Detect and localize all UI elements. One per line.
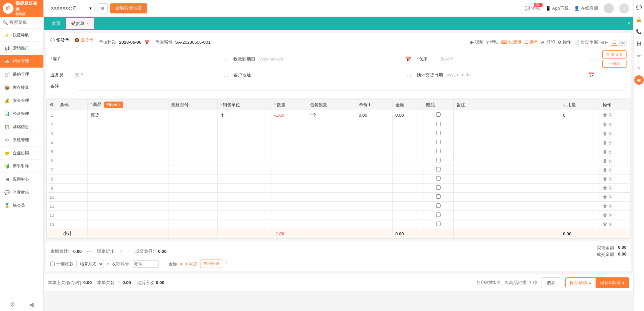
tab-close-icon[interactable]: × — [86, 21, 89, 26]
list-view-icon[interactable]: ☰ — [611, 39, 618, 46]
sidebar-item-quick-nav[interactable]: ⚡ 快捷导航 — [0, 29, 43, 42]
calendar-icon[interactable]: 📅 — [144, 40, 150, 45]
radio-return-input[interactable] — [75, 38, 79, 42]
unit-cell-1[interactable]: 个 — [217, 110, 271, 120]
tab-sales-order[interactable]: 销货单 × — [66, 18, 94, 29]
expense-help-icon[interactable]: ? — [225, 261, 227, 266]
right-panel-orange-btn[interactable]: ◉ — [634, 75, 644, 85]
shortcut-btn[interactable]: ⌨ 快捷键 — [501, 39, 522, 45]
account-input[interactable] — [132, 260, 159, 268]
payment-date-calendar-icon[interactable]: 📅 — [405, 56, 411, 62]
copy-row-btn[interactable]: ⎘ — [609, 194, 611, 200]
copy-row-btn[interactable]: ⎘ — [609, 185, 611, 191]
copy-row-btn[interactable]: ⎘ — [609, 203, 611, 209]
help-btn[interactable]: ? 帮助 — [486, 39, 498, 45]
delete-row-btn[interactable]: 🗑 — [603, 194, 607, 200]
radio-sales-input[interactable] — [50, 38, 55, 42]
sidebar-item-inventory[interactable]: 📦 库存核算 — [0, 81, 43, 94]
payment-date-input[interactable] — [257, 55, 403, 63]
company-selector[interactable]: XXXXXX公司 ▾ — [48, 4, 95, 13]
one-click-payment-input[interactable] — [50, 262, 55, 266]
copy-row-btn[interactable]: ⎘ — [609, 131, 611, 136]
sidebar-item-apps[interactable]: ⊞ 应用中心 — [0, 173, 43, 186]
barcode-cell-1[interactable] — [57, 110, 88, 120]
print-btn[interactable]: 🖨 打印 — [541, 39, 555, 45]
payment-method-dots[interactable]: ▾ — [107, 261, 109, 266]
operation-btn[interactable]: ⚙ 操作 — [558, 39, 571, 45]
unit-price-cell-1[interactable]: 0.00 — [356, 110, 392, 120]
radio-sales[interactable]: 销货单 — [50, 37, 69, 43]
sidebar-item-business[interactable]: 📊 经营管理 — [0, 107, 43, 120]
sidebar-item-basic[interactable]: 📋 基础信息 — [0, 120, 43, 133]
right-panel-star-btn[interactable]: ☆ — [634, 63, 644, 73]
delete-row-1-btn[interactable]: 🗑 — [603, 112, 607, 118]
delete-row-btn[interactable]: 🗑 — [603, 212, 607, 218]
warehouse-input[interactable] — [439, 55, 588, 63]
copy-row-btn[interactable]: ⎘ — [609, 167, 611, 172]
right-panel-edit-btn[interactable]: ✏ — [634, 51, 644, 61]
sidebar-item-marketing[interactable]: 📢 营销推广 — [0, 42, 43, 55]
delete-row-btn[interactable]: 🗑 — [603, 140, 607, 145]
online-service-btn[interactable]: 👤 在线客服 — [574, 5, 598, 11]
delete-row-btn[interactable]: 🗑 — [603, 131, 607, 136]
sidebar-collapse-btn[interactable]: ◀ — [29, 301, 34, 308]
sidebar-item-wechat[interactable]: 💬 企业微信 — [0, 186, 43, 199]
message-btn[interactable]: 💬 消息 99+ — [525, 5, 540, 11]
right-panel-phone-btn[interactable]: 📞 — [634, 27, 644, 36]
tab-home[interactable]: 首页 — [46, 18, 66, 29]
help-circle-icon[interactable]: ? — [120, 249, 122, 254]
copy-row-btn[interactable]: ⎘ — [609, 212, 611, 218]
delete-row-btn[interactable]: 🗑 — [603, 185, 607, 191]
sidebar-item-collab[interactable]: 🤝 企业协同 — [0, 147, 43, 160]
app-download-btn[interactable]: 📱 App下载 — [545, 5, 569, 11]
sidebar-item-sales[interactable]: 🏠 销售管理 — [0, 55, 43, 68]
delete-row-btn[interactable]: 🗑 — [603, 158, 607, 163]
delete-row-btn[interactable]: 🗑 — [603, 176, 607, 182]
sidebar-item-member[interactable]: 🏅 畅会员 — [0, 199, 43, 212]
copy-row-btn[interactable]: ⎘ — [609, 176, 611, 182]
copy-row-btn[interactable]: ⎘ — [609, 122, 611, 127]
add-payment-btn[interactable]: + 添加 — [185, 261, 198, 267]
sidebar-item-finance[interactable]: 💰 资金管理 — [0, 94, 43, 107]
remark-cell-1[interactable] — [454, 110, 560, 120]
select-btn[interactable]: ☰ 选单 — [524, 39, 538, 45]
customer-input[interactable] — [73, 55, 222, 63]
trial-button[interactable]: 体验行业方案 — [110, 3, 147, 13]
one-click-payment-checkbox[interactable]: 一键收款 — [50, 261, 74, 267]
save-draft-chevron-icon[interactable]: ▲ — [589, 281, 592, 284]
delete-row-btn[interactable]: 🗑 — [603, 167, 607, 172]
total-owe-help-icon[interactable]: ? — [117, 280, 120, 285]
gear-button[interactable]: ⚙ — [98, 3, 108, 13]
avatar[interactable] — [604, 3, 614, 13]
product-cell-1[interactable]: 拣货 — [88, 110, 168, 120]
remark-input[interactable] — [76, 82, 627, 90]
warehouse-dots[interactable]: … — [590, 56, 594, 62]
spec-cell-1[interactable] — [168, 110, 218, 120]
search-menu[interactable]: 🔍 搜索菜单 — [0, 17, 43, 29]
scan-button[interactable]: 扫码录入 — [104, 102, 123, 108]
tabbar-close-btn[interactable]: × — [628, 21, 631, 27]
salesperson-dots[interactable]: … — [224, 73, 228, 78]
sidebar-item-system[interactable]: ⚙ 系统管理 — [0, 133, 43, 147]
right-panel-chat-btn[interactable]: 💬 — [634, 3, 644, 12]
save-draft-button[interactable]: 保存草稿 ▲ — [565, 277, 596, 288]
delivery-calendar-icon[interactable]: 📅 — [589, 72, 594, 78]
setting-button[interactable]: ⚙ ⚙ 设置 — [602, 50, 627, 59]
next-icon[interactable]: ▶ — [605, 40, 608, 45]
copy-row-btn[interactable]: ⎘ — [609, 222, 611, 227]
prev-icon[interactable]: ◀ — [601, 40, 604, 45]
right-panel-lock-btn[interactable]: 🔒 — [634, 15, 644, 24]
customer-dots[interactable]: … — [224, 56, 228, 62]
grid-view-icon[interactable]: ⊞ — [619, 39, 627, 46]
delete-row-btn[interactable]: 🗑 — [603, 149, 607, 154]
copy-row-btn[interactable]: ⎘ — [609, 149, 611, 154]
right-panel-image-btn[interactable]: 🖼 — [634, 39, 644, 48]
gift-cell-1[interactable] — [423, 110, 454, 120]
address-dots[interactable]: … — [407, 73, 411, 78]
product-type-icon[interactable]: ⊙ — [504, 280, 508, 285]
salesperson-input[interactable] — [73, 71, 222, 79]
delete-row-btn[interactable]: 🗑 — [603, 122, 607, 127]
history-btn[interactable]: 📄 历史单据 — [574, 39, 598, 45]
delete-row-btn[interactable]: 🗑 — [603, 203, 607, 209]
copy-row-1-btn[interactable]: ⎘ — [609, 112, 611, 118]
